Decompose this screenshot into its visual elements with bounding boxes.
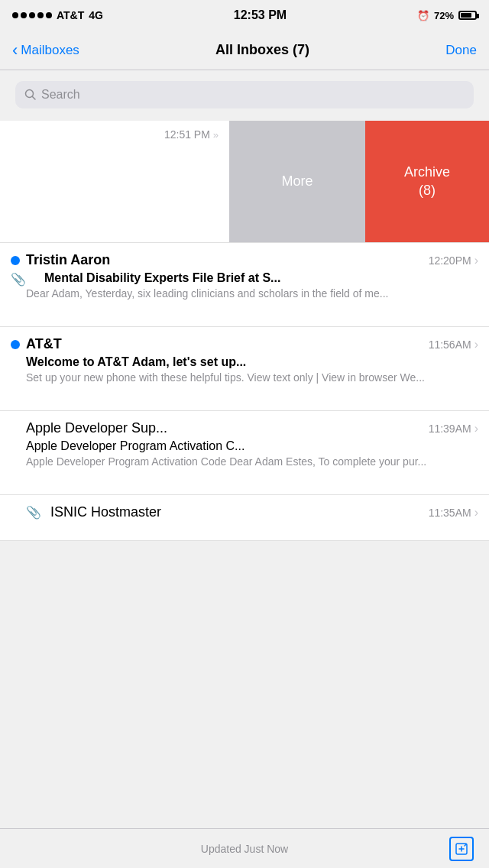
page-title: All Inboxes (7) bbox=[215, 42, 309, 58]
attachment-icon: 📎 bbox=[26, 505, 41, 520]
email-row-header: AT&T 11:56AM › bbox=[11, 336, 478, 352]
done-button[interactable]: Done bbox=[445, 43, 477, 58]
email-preview: Apple Developer Program Activation Code … bbox=[26, 455, 478, 470]
email-list: More Archive(8) 12:51 PM » Banned Blackj… bbox=[0, 121, 489, 541]
email-row-header: Tristin Aaron 12:20PM › bbox=[11, 252, 478, 268]
attachment-icon: 📎 bbox=[11, 272, 26, 287]
time-row: 11:56AM › bbox=[429, 338, 478, 351]
email-sender: ISNIC Hostmaster bbox=[50, 504, 161, 520]
row-chevron-icon: › bbox=[474, 422, 478, 436]
search-bar-container: Search bbox=[0, 70, 489, 121]
nav-bar: ‹ Mailboxes All Inboxes (7) Done bbox=[0, 31, 489, 70]
archive-label: Archive(8) bbox=[404, 164, 450, 199]
email-sender: Tristin Aaron bbox=[26, 252, 110, 268]
email-row[interactable]: AT&T 11:56AM › Welcome to AT&T Adam, let… bbox=[0, 327, 489, 411]
compose-icon-svg bbox=[454, 841, 469, 857]
sender-row: AT&T bbox=[11, 336, 62, 352]
carrier-label: AT&T bbox=[57, 9, 84, 21]
email-preview: Dear Adam, Yesterday, six leading clinic… bbox=[26, 287, 478, 302]
sender-row: Apple Developer Sup... bbox=[11, 420, 167, 436]
email-row[interactable]: 📎 ISNIC Hostmaster 11:35AM › bbox=[0, 495, 489, 541]
svg-line-5 bbox=[465, 844, 466, 846]
email-row[interactable]: Tristin Aaron 12:20PM › 📎 Mental Disabil… bbox=[0, 243, 489, 327]
email-subject: Mental Disability Experts File Brief at … bbox=[44, 271, 280, 285]
row-chevron-icon: › bbox=[474, 254, 478, 267]
time-row: 12:20PM › bbox=[429, 254, 478, 267]
status-right: ⏰ 72% bbox=[417, 10, 477, 21]
email-sender: Apple Developer Sup... bbox=[26, 420, 167, 436]
swipe-archive-button[interactable]: Archive(8) bbox=[365, 121, 489, 242]
time-row: 11:39AM › bbox=[429, 422, 478, 436]
sender-row: 📎 ISNIC Hostmaster bbox=[11, 504, 161, 520]
bottom-bar: Updated Just Now bbox=[0, 828, 489, 868]
back-chevron-icon: ‹ bbox=[12, 42, 18, 59]
swipe-row-sender: Banned Blackjac... bbox=[0, 142, 219, 158]
sender-row: Tristin Aaron bbox=[11, 252, 110, 268]
email-row[interactable]: Apple Developer Sup... 11:39AM › Apple D… bbox=[0, 411, 489, 495]
alarm-icon: ⏰ bbox=[417, 10, 429, 21]
unread-indicator bbox=[11, 256, 20, 265]
email-sender: AT&T bbox=[26, 336, 62, 352]
battery-icon bbox=[458, 11, 477, 20]
email-time: 11:39AM bbox=[429, 423, 471, 435]
swipe-email-row[interactable]: 12:51 PM » Banned Blackjac... a call thi… bbox=[0, 121, 229, 243]
read-placeholder bbox=[11, 508, 20, 517]
mailboxes-back-button[interactable]: ‹ Mailboxes bbox=[12, 42, 79, 59]
attachment-row: 📎 Mental Disability Experts File Brief a… bbox=[11, 271, 478, 287]
swipe-more-button[interactable]: More bbox=[229, 121, 365, 242]
email-time: 12:20PM bbox=[429, 254, 471, 267]
signal-dots bbox=[12, 12, 52, 18]
time-row: 11:35AM › bbox=[429, 506, 478, 520]
email-row-header: Apple Developer Sup... 11:39AM › bbox=[11, 420, 478, 436]
search-icon bbox=[24, 89, 37, 101]
row-chevron-icon: › bbox=[474, 338, 478, 351]
email-time: 11:35AM bbox=[429, 507, 471, 519]
battery-percent: 72% bbox=[434, 10, 454, 21]
status-left: AT&T 4G bbox=[12, 9, 103, 21]
svg-line-1 bbox=[33, 97, 36, 100]
compose-button[interactable] bbox=[449, 837, 474, 861]
email-row-header: 📎 ISNIC Hostmaster 11:35AM › bbox=[11, 504, 478, 520]
read-placeholder bbox=[11, 424, 20, 433]
network-label: 4G bbox=[89, 9, 103, 21]
swipe-actions: More Archive(8) bbox=[229, 121, 489, 242]
email-subject: Apple Developer Program Activation C... bbox=[26, 439, 478, 453]
swipe-row-time: 12:51 PM » bbox=[0, 128, 219, 141]
search-input[interactable]: Search bbox=[15, 81, 474, 108]
swipe-row-subject: a call this week if bbox=[0, 160, 219, 173]
swipe-email-row-container: More Archive(8) 12:51 PM » Banned Blackj… bbox=[0, 121, 489, 243]
unread-indicator bbox=[11, 340, 20, 349]
email-subject: Welcome to AT&T Adam, let's set up... bbox=[26, 355, 478, 369]
row-chevron-icon: › bbox=[474, 506, 478, 520]
status-bar: AT&T 4G 12:53 PM ⏰ 72% bbox=[0, 0, 489, 31]
email-preview: Set up your new phone with these helpful… bbox=[26, 371, 478, 386]
update-status: Updated Just Now bbox=[201, 843, 288, 855]
swipe-row-preview: ea is that he is go... bbox=[0, 173, 219, 185]
email-time: 11:56AM bbox=[429, 338, 471, 351]
search-placeholder: Search bbox=[41, 88, 80, 102]
back-label: Mailboxes bbox=[21, 43, 79, 58]
time-label: 12:53 PM bbox=[234, 8, 287, 22]
